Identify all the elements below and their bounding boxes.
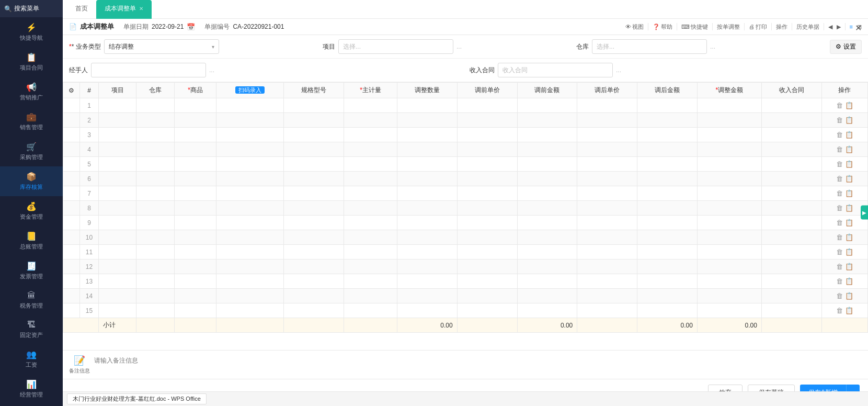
row-pre-unit-price[interactable] [457, 274, 517, 289]
row-delete-icon[interactable]: 🗑 [836, 175, 843, 183]
row-delete-icon[interactable]: 🗑 [836, 160, 843, 168]
row-post-unit-price[interactable] [577, 142, 637, 157]
sidebar-item-sales-mgmt[interactable]: 💼 销售管理 [0, 107, 63, 137]
shortcut-btn[interactable]: ⌨快捷键 [681, 23, 708, 31]
row-unit[interactable] [344, 230, 397, 245]
row-pre-unit-price[interactable] [457, 113, 517, 128]
row-pre-amount[interactable] [517, 274, 577, 289]
row-delete-icon[interactable]: 🗑 [836, 189, 843, 197]
row-adj-amount[interactable] [697, 98, 761, 113]
row-post-unit-price[interactable] [577, 128, 637, 142]
tab-close-icon[interactable]: ✕ [139, 6, 143, 12]
row-project[interactable] [99, 172, 136, 186]
row-copy-icon[interactable]: 📋 [845, 175, 853, 183]
row-post-unit-price[interactable] [577, 172, 637, 186]
row-scan[interactable] [216, 113, 284, 128]
handler-select[interactable] [91, 63, 206, 77]
row-project[interactable] [99, 157, 136, 172]
row-spec[interactable] [284, 142, 344, 157]
row-spec[interactable] [284, 186, 344, 201]
row-income-contract[interactable] [761, 201, 821, 216]
row-adj-qty[interactable] [397, 260, 457, 274]
row-unit[interactable] [344, 157, 397, 172]
row-pre-unit-price[interactable] [457, 303, 517, 318]
row-delete-icon[interactable]: 🗑 [836, 292, 843, 300]
settings-btn[interactable]: ⚙ 设置 [830, 40, 862, 54]
row-income-contract[interactable] [761, 186, 821, 201]
row-product[interactable] [174, 216, 216, 230]
sidebar-item-invoice-mgmt[interactable]: 🧾 发票管理 [0, 256, 63, 286]
row-delete-icon[interactable]: 🗑 [836, 307, 843, 314]
row-copy-icon[interactable]: 📋 [845, 102, 853, 109]
row-unit[interactable] [344, 98, 397, 113]
row-adj-qty[interactable] [397, 230, 457, 245]
row-pre-unit-price[interactable] [457, 157, 517, 172]
row-post-unit-price[interactable] [577, 98, 637, 113]
row-adj-amount[interactable] [697, 172, 761, 186]
row-post-unit-price[interactable] [577, 113, 637, 128]
biz-type-select[interactable]: 结存调整 ▾ [104, 39, 219, 54]
table-row[interactable]: 15 🗑 📋 [63, 303, 868, 318]
row-pre-amount[interactable] [517, 128, 577, 142]
row-delete-icon[interactable]: 🗑 [836, 116, 843, 124]
row-scan[interactable] [216, 201, 284, 216]
row-adj-amount[interactable] [697, 128, 761, 142]
row-pre-unit-price[interactable] [457, 216, 517, 230]
row-post-unit-price[interactable] [577, 260, 637, 274]
row-unit[interactable] [344, 201, 397, 216]
th-scan[interactable]: 扫码录入 [216, 83, 284, 98]
sidebar-item-fixed-assets[interactable]: 🏗 固定资产 [0, 315, 63, 344]
row-scan[interactable] [216, 289, 284, 303]
print-btn[interactable]: 🖨打印 [749, 23, 767, 31]
row-warehouse[interactable] [136, 186, 174, 201]
row-unit[interactable] [344, 260, 397, 274]
row-income-contract[interactable] [761, 157, 821, 172]
view-btn[interactable]: 👁视图 [625, 23, 644, 31]
row-delete-icon[interactable]: 🗑 [836, 277, 843, 285]
row-pre-amount[interactable] [517, 230, 577, 245]
row-scan[interactable] [216, 172, 284, 186]
row-delete-icon[interactable]: 🗑 [836, 233, 843, 241]
row-pre-amount[interactable] [517, 172, 577, 186]
row-warehouse[interactable] [136, 128, 174, 142]
table-row[interactable]: 9 🗑 📋 [63, 216, 868, 230]
row-pre-unit-price[interactable] [457, 172, 517, 186]
row-adj-qty[interactable] [397, 274, 457, 289]
row-warehouse[interactable] [136, 230, 174, 245]
row-income-contract[interactable] [761, 172, 821, 186]
row-warehouse[interactable] [136, 216, 174, 230]
row-post-unit-price[interactable] [577, 201, 637, 216]
row-copy-icon[interactable]: 📋 [845, 219, 853, 227]
row-copy-icon[interactable]: 📋 [845, 204, 853, 212]
row-pre-unit-price[interactable] [457, 245, 517, 260]
row-pre-unit-price[interactable] [457, 142, 517, 157]
row-adj-amount[interactable] [697, 274, 761, 289]
row-post-amount[interactable] [637, 186, 698, 201]
sidebar-item-purchase-mgmt[interactable]: 🛒 采购管理 [0, 137, 63, 166]
row-income-contract[interactable] [761, 245, 821, 260]
row-post-amount[interactable] [637, 216, 698, 230]
row-delete-icon[interactable]: 🗑 [836, 131, 843, 139]
th-settings[interactable]: ⚙ [63, 83, 80, 98]
row-warehouse[interactable] [136, 142, 174, 157]
row-adj-amount[interactable] [697, 186, 761, 201]
row-adj-amount[interactable] [697, 113, 761, 128]
row-post-unit-price[interactable] [577, 303, 637, 318]
project-ellipsis[interactable]: ... [456, 43, 462, 50]
row-scan[interactable] [216, 128, 284, 142]
calendar-icon[interactable]: 📅 [187, 23, 195, 31]
row-post-amount[interactable] [637, 157, 698, 172]
row-product[interactable] [174, 274, 216, 289]
row-spec[interactable] [284, 201, 344, 216]
row-adj-amount[interactable] [697, 303, 761, 318]
row-project[interactable] [99, 303, 136, 318]
row-scan[interactable] [216, 260, 284, 274]
sidebar-item-ledger-mgmt[interactable]: 📒 总账管理 [0, 226, 63, 256]
row-post-amount[interactable] [637, 260, 698, 274]
row-pre-amount[interactable] [517, 98, 577, 113]
row-delete-icon[interactable]: 🗑 [836, 219, 843, 227]
row-post-unit-price[interactable] [577, 245, 637, 260]
row-warehouse[interactable] [136, 289, 174, 303]
row-spec[interactable] [284, 303, 344, 318]
handler-ellipsis[interactable]: ... [209, 66, 214, 74]
